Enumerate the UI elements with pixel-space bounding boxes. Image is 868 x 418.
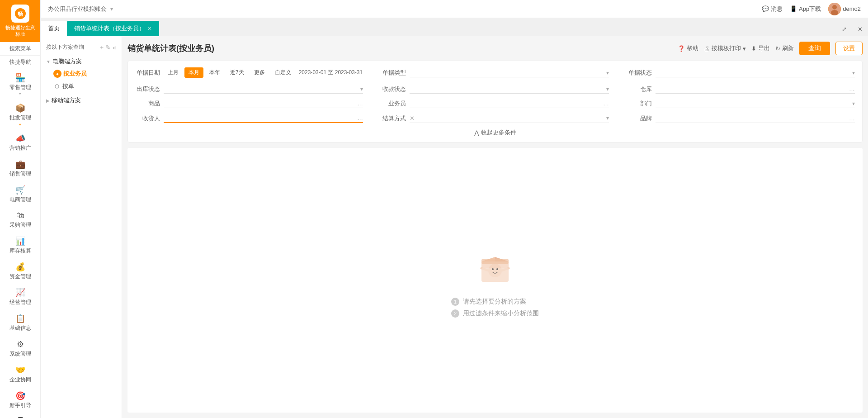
settings-button[interactable]: 设置 [835, 42, 863, 55]
pc-schemes: ▼ 电脑端方案 ● 按业务员 按单 [41, 56, 122, 93]
doc-type-select[interactable] [410, 69, 609, 76]
collapse-button[interactable]: ⋀ 收起更多条件 [474, 128, 516, 137]
department-select[interactable] [656, 100, 855, 107]
receipt-status-select[interactable] [410, 86, 609, 92]
sidebar-item-basic[interactable]: 📋 基础信息 [0, 310, 40, 336]
tab-sales-report[interactable]: 销货单统计表（按业务员） ✕ [67, 21, 159, 36]
finance-icon: 💰 [15, 262, 25, 272]
query-button[interactable]: 查询 [799, 42, 830, 55]
sidebar-item-newbie[interactable]: 🎯 新手引导 [0, 387, 40, 413]
out-status-select[interactable] [164, 86, 363, 92]
settle-clear-icon[interactable]: ✕ [410, 115, 415, 122]
sidebar: 畅 畅捷通好生意 标版 搜索菜单 快捷导航 🏪 零售管理 ▾ 📦 批发管理 ▴ … [0, 0, 41, 418]
date-btn-last-month[interactable]: 上月 [164, 67, 183, 78]
sidebar-item-operation[interactable]: 📈 经营管理 [0, 284, 40, 310]
tab-close-window-button[interactable]: ✕ [852, 22, 868, 36]
basic-icon: 📋 [15, 314, 25, 323]
goods-input[interactable] [164, 100, 363, 107]
doc-type-control: ▾ [410, 68, 609, 77]
edit-scheme-button[interactable]: ✎ [105, 44, 111, 51]
warehouse-control: … [656, 85, 855, 94]
department-chevron: ▾ [852, 100, 855, 107]
tip-num-1: 1 [451, 298, 459, 306]
sidebar-item-system[interactable]: ⚙ 系统管理 [0, 336, 40, 361]
print-button[interactable]: 🖨 按模板打印 ▾ [704, 44, 746, 52]
svg-rect-9 [481, 259, 509, 264]
brand-input[interactable] [656, 115, 855, 122]
sidebar-item-sales[interactable]: 💼 销售管理 [0, 156, 40, 181]
settle-method-label: 结算方式 [381, 114, 406, 123]
date-btn-more[interactable]: 更多 [250, 67, 269, 78]
receipt-status-control: ▾ [410, 85, 609, 94]
date-btn-this-year[interactable]: 本年 [205, 67, 224, 78]
collapse-panel-button[interactable]: « [113, 44, 116, 51]
sidebar-item-wholesale[interactable]: 📦 批发管理 ▴ [0, 100, 40, 130]
warehouse-input[interactable] [656, 86, 855, 92]
scheme-by-order[interactable]: 按单 [41, 80, 122, 93]
sidebar-item-retail[interactable]: 🏪 零售管理 ▾ [0, 69, 40, 100]
warehouse-dots[interactable]: … [849, 86, 855, 92]
quick-nav[interactable]: 快捷导航 [0, 56, 40, 69]
tab-expand-button[interactable]: ⤢ [836, 22, 852, 36]
out-status-label: 出库状态 [135, 85, 160, 93]
app-download-button[interactable]: 📱 App下载 [790, 5, 821, 13]
tab-home[interactable]: 首页 [41, 21, 67, 36]
scheme-dot-icon [53, 83, 61, 90]
brand-dots[interactable]: … [849, 115, 855, 122]
logo: 畅 畅捷通好生意 标版 [0, 0, 40, 42]
export-button[interactable]: ⬇ 导出 [751, 44, 770, 52]
tab-close-icon[interactable]: ✕ [147, 25, 152, 32]
filter-warehouse: 仓库 … [627, 85, 855, 94]
brand-label: 品牌 [627, 114, 652, 123]
print-dropdown-icon[interactable]: ▾ [743, 45, 746, 52]
receiver-input[interactable] [164, 114, 363, 121]
receiver-dots[interactable]: … [357, 114, 363, 121]
add-scheme-button[interactable]: + [100, 44, 104, 51]
doc-status-select[interactable] [656, 69, 855, 76]
nav-list: 🏪 零售管理 ▾ 📦 批发管理 ▴ 📣 营销推广 💼 销售管理 🛒 电商管理 🛍… [0, 69, 40, 418]
date-group: 上月 本月 本年 近7天 更多 自定义 [164, 67, 295, 78]
date-btn-custom[interactable]: 自定义 [271, 67, 295, 78]
sidebar-item-inventory[interactable]: 📊 库存核算 [0, 233, 40, 258]
logo-text: 畅捷通好生意 标版 [4, 24, 37, 38]
goods-dots[interactable]: … [357, 100, 363, 107]
sidebar-item-purchase[interactable]: 🛍 采购管理 [0, 207, 40, 233]
salesperson-input[interactable] [410, 100, 609, 107]
sidebar-item-enterprise[interactable]: 🤝 企业协同 [0, 361, 40, 387]
sidebar-item-appstore[interactable]: 📱 应用中心 [0, 413, 40, 418]
refresh-button[interactable]: ↻ 刷新 [775, 44, 794, 52]
date-btn-this-month[interactable]: 本月 [184, 67, 203, 78]
svg-point-4 [831, 10, 838, 15]
filter-receipt-status: 收款状态 ▾ [381, 85, 609, 94]
user-menu-button[interactable]: demo2 [828, 3, 861, 15]
page-actions: ❓ 帮助 🖨 按模板打印 ▾ ⬇ 导出 ↻ 刷新 [678, 42, 863, 55]
mobile-group-header[interactable]: ▶ 移动端方案 [41, 95, 122, 106]
sidebar-item-ecommerce[interactable]: 🛒 电商管理 [0, 181, 40, 207]
filter-row-4: 收货人 … 结算方式 ✕ ▾ [135, 114, 855, 123]
empty-state: 1 请先选择要分析的方案 2 用过滤条件来缩小分析范围 [127, 148, 863, 413]
content: 按以下方案查询 + ✎ « ▼ 电脑端方案 ● 按业务员 [41, 36, 868, 418]
page-header: 销货单统计表(按业务员) ❓ 帮助 🖨 按模板打印 ▾ ⬇ 导出 [127, 42, 863, 55]
search-menu[interactable]: 搜索菜单 [0, 42, 40, 56]
empty-icon [472, 243, 518, 289]
pc-group-header[interactable]: ▼ 电脑端方案 [41, 56, 122, 67]
doc-type-label: 单据类型 [381, 69, 406, 77]
date-btn-last-7[interactable]: 近7天 [226, 67, 248, 78]
collapse-row: ⋀ 收起更多条件 [135, 128, 855, 137]
empty-tip-1: 1 请先选择要分析的方案 [451, 298, 539, 306]
scheme-by-sales[interactable]: ● 按业务员 [41, 67, 122, 80]
topbar-left: 办公用品行业模拟账套 ▾ [48, 5, 113, 13]
topbar-dropdown[interactable]: ▾ [110, 6, 113, 12]
filter-goods: 商品 … [135, 99, 363, 108]
svg-text:畅: 畅 [18, 11, 23, 17]
salesperson-dots[interactable]: … [603, 100, 609, 107]
help-button[interactable]: ❓ 帮助 [678, 44, 698, 52]
message-button[interactable]: 💬 消息 [762, 5, 783, 13]
purchase-icon: 🛍 [16, 211, 24, 220]
sidebar-item-finance[interactable]: 💰 资金管理 [0, 258, 40, 284]
newbie-icon: 🎯 [15, 391, 25, 401]
sidebar-item-marketing[interactable]: 📣 营销推广 [0, 130, 40, 156]
svg-point-3 [832, 5, 837, 10]
scheme-active-icon: ● [53, 70, 61, 78]
retail-icon: 🏪 [15, 73, 25, 83]
